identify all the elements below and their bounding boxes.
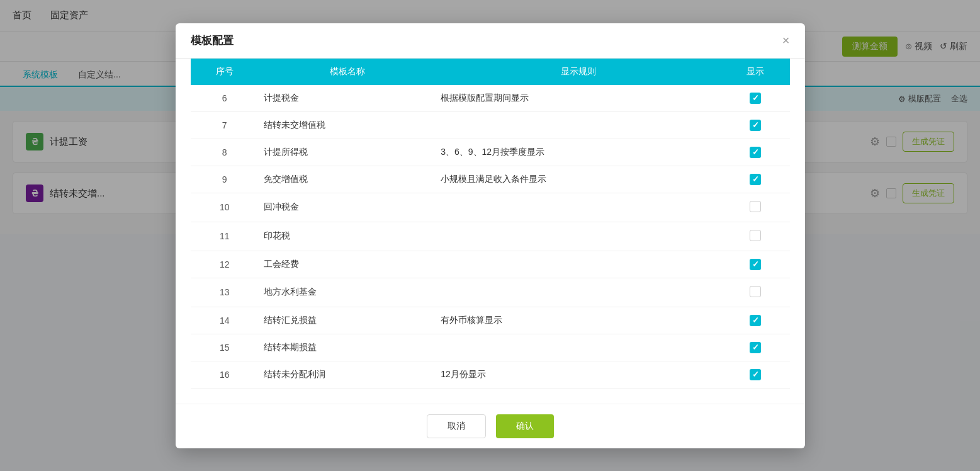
row-rule [436,111,721,139]
table-row: 16结转未分配利润12月份显示 [191,361,790,388]
row-checkbox[interactable] [750,230,761,241]
row-rule: 小规模且满足收入条件显示 [436,166,721,193]
col-header-name: 模板名称 [259,59,436,85]
row-rule [436,334,721,361]
cancel-button[interactable]: 取消 [427,414,486,438]
config-table: 序号 模板名称 显示规则 显示 6计提税金根据模版配置期间显示7结转未交增值税8… [191,59,790,389]
row-checkbox[interactable] [750,120,761,131]
row-rule [436,251,721,278]
row-rule: 根据模版配置期间显示 [436,85,721,112]
row-checkbox[interactable] [750,93,761,104]
modal-overlay: 模板配置 × 序号 模板名称 显示规则 显示 6计提税金根据模版配置期间显示7结… [0,0,980,471]
row-rule: 3、6、9、12月按季度显示 [436,139,721,166]
row-name: 结转本期损益 [259,334,436,361]
row-name: 结转未交增值税 [259,111,436,139]
row-check-cell [721,278,790,307]
row-check-cell [721,166,790,193]
table-row: 7结转未交增值税 [191,111,790,139]
row-rule [436,222,721,251]
row-id: 14 [191,307,259,334]
row-checkbox[interactable] [750,315,761,326]
row-id: 16 [191,361,259,388]
row-name: 地方水利基金 [259,278,436,307]
row-name: 计提税金 [259,85,436,112]
table-row: 11印花税 [191,222,790,251]
modal-header: 模板配置 × [176,23,805,59]
col-header-show: 显示 [721,59,790,85]
row-name: 结转汇兑损益 [259,307,436,334]
row-id: 8 [191,139,259,166]
row-check-cell [721,222,790,251]
col-header-rule: 显示规则 [436,59,721,85]
table-row: 6计提税金根据模版配置期间显示 [191,85,790,112]
row-rule [436,193,721,222]
row-check-cell [721,307,790,334]
table-row: 12工会经费 [191,251,790,278]
row-checkbox[interactable] [750,147,761,158]
row-check-cell [721,139,790,166]
table-row: 15结转本期损益 [191,334,790,361]
row-id: 10 [191,193,259,222]
modal-title: 模板配置 [191,33,234,48]
row-name: 印花税 [259,222,436,251]
row-name: 工会经费 [259,251,436,278]
row-id: 11 [191,222,259,251]
row-check-cell [721,361,790,388]
row-check-cell [721,334,790,361]
modal-body: 序号 模板名称 显示规则 显示 6计提税金根据模版配置期间显示7结转未交增值税8… [176,59,805,404]
table-row: 14结转汇兑损益有外币核算显示 [191,307,790,334]
row-id: 13 [191,278,259,307]
modal-footer: 取消 确认 [176,404,805,448]
row-check-cell [721,111,790,139]
row-checkbox[interactable] [750,259,761,270]
col-header-id: 序号 [191,59,259,85]
row-checkbox[interactable] [750,286,761,297]
row-check-cell [721,251,790,278]
row-id: 7 [191,111,259,139]
row-id: 6 [191,85,259,112]
row-id: 12 [191,251,259,278]
table-row: 8计提所得税3、6、9、12月按季度显示 [191,139,790,166]
table-row: 9免交增值税小规模且满足收入条件显示 [191,166,790,193]
row-name: 回冲税金 [259,193,436,222]
row-checkbox[interactable] [750,174,761,185]
confirm-button[interactable]: 确认 [496,414,554,438]
row-checkbox[interactable] [750,201,761,212]
row-rule: 12月份显示 [436,361,721,388]
table-row: 10回冲税金 [191,193,790,222]
modal-close-button[interactable]: × [782,34,790,47]
row-check-cell [721,193,790,222]
row-checkbox[interactable] [750,342,761,353]
row-name: 免交增值税 [259,166,436,193]
row-rule: 有外币核算显示 [436,307,721,334]
row-checkbox[interactable] [750,369,761,380]
row-id: 9 [191,166,259,193]
row-name: 结转未分配利润 [259,361,436,388]
row-id: 15 [191,334,259,361]
row-check-cell [721,85,790,112]
table-row: 13地方水利基金 [191,278,790,307]
modal-template-config: 模板配置 × 序号 模板名称 显示规则 显示 6计提税金根据模版配置期间显示7结… [176,23,805,448]
row-name: 计提所得税 [259,139,436,166]
row-rule [436,278,721,307]
